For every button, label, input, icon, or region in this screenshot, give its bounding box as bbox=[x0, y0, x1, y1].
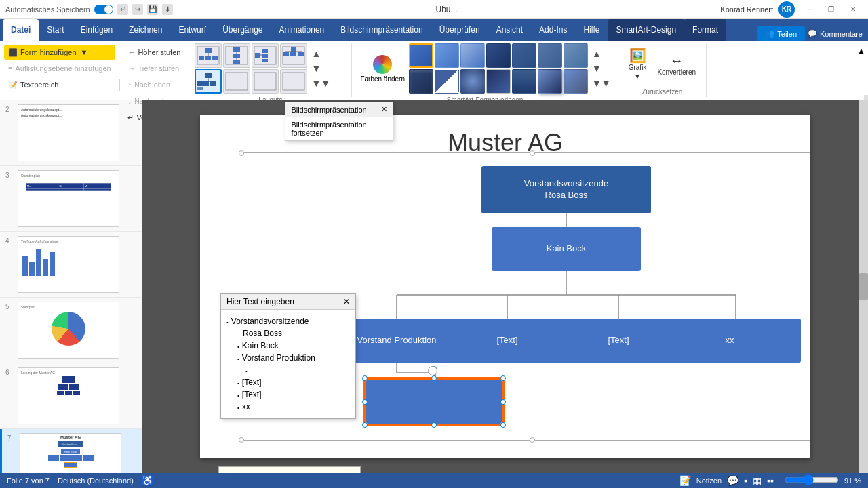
farben-aendern-btn[interactable]: Farben ändern bbox=[357, 52, 408, 85]
org-box-xx[interactable]: xx bbox=[658, 319, 801, 363]
style-swatch-10[interactable] bbox=[460, 69, 485, 94]
tab-entwurf[interactable]: Entwurf bbox=[170, 19, 214, 41]
text-item-label-5[interactable]: [Text] bbox=[242, 378, 262, 387]
handle-br[interactable] bbox=[500, 422, 506, 428]
layout-swatch-6[interactable] bbox=[223, 69, 250, 94]
text-item-label-7[interactable]: xx bbox=[242, 402, 250, 411]
tab-ansicht[interactable]: Ansicht bbox=[488, 19, 531, 41]
slide-thumb-4[interactable]: 4 YouTube-Aufrufsanalyse bbox=[0, 232, 142, 298]
tab-zeichnen[interactable]: Zeichnen bbox=[121, 19, 170, 41]
style-swatch-7[interactable] bbox=[564, 43, 588, 68]
text-panel-close-icon[interactable]: ✕ bbox=[343, 297, 350, 306]
layout-swatch-1[interactable] bbox=[195, 43, 222, 68]
redo-btn[interactable]: ↪ bbox=[132, 4, 143, 15]
user-avatar[interactable]: KR bbox=[778, 1, 795, 18]
layout-scroll-down[interactable]: ▼ bbox=[310, 62, 332, 75]
styles-scroll-down[interactable]: ▼ bbox=[591, 62, 612, 75]
layout-scroll-expand[interactable]: ▼▼ bbox=[310, 77, 332, 90]
style-swatch-9[interactable] bbox=[435, 69, 459, 94]
text-item-label-2[interactable]: Kain Bock bbox=[242, 341, 279, 350]
svg-rect-24 bbox=[205, 73, 212, 78]
style-swatch-8[interactable] bbox=[409, 69, 433, 94]
text-item-label-0[interactable]: Vorstandsvorsitzende bbox=[231, 317, 309, 326]
layout-swatch-7[interactable] bbox=[252, 69, 279, 94]
org-box-top[interactable]: Vorstandsvorsitzende Rosa Boss bbox=[481, 166, 651, 214]
org-box-grandchild[interactable] bbox=[366, 380, 502, 424]
quickaccess-btn[interactable]: ⬇ bbox=[162, 4, 173, 15]
grafik-btn[interactable]: 🖼️ Grafik ▼ bbox=[624, 44, 652, 85]
layout-swatch-8[interactable] bbox=[280, 69, 307, 94]
minimize-btn[interactable]: ─ bbox=[800, 3, 819, 16]
zoom-slider[interactable] bbox=[785, 474, 839, 485]
rotate-circle[interactable] bbox=[428, 366, 437, 375]
layout-swatch-2[interactable] bbox=[223, 43, 250, 68]
konvertieren-btn[interactable]: ↔️ Konvertieren bbox=[652, 44, 701, 85]
org-box-top-line1: Vorstandsvorsitzende bbox=[524, 178, 608, 190]
outer-handle-bl[interactable] bbox=[239, 437, 244, 443]
tab-bildschirm[interactable]: Bildschirmpräsentation bbox=[332, 19, 431, 41]
style-swatch-1[interactable] bbox=[409, 43, 433, 68]
view-normal-icon[interactable]: ▪ bbox=[744, 475, 747, 486]
styles-scroll-expand[interactable]: ▼▼ bbox=[591, 77, 612, 90]
outer-handle-bottom[interactable] bbox=[530, 437, 535, 443]
tab-start[interactable]: Start bbox=[39, 19, 72, 41]
style-swatch-5[interactable] bbox=[512, 43, 536, 68]
tab-hilfe[interactable]: Hilfe bbox=[575, 19, 608, 41]
text-item-label-1[interactable]: Rosa Boss bbox=[243, 329, 282, 338]
text-item-label-3[interactable]: Vorstand Produktion bbox=[242, 353, 315, 363]
comments-button[interactable]: 💬 Kommentare bbox=[808, 29, 863, 38]
textbereich-btn[interactable]: 📝 Textbereich bbox=[4, 77, 115, 92]
tab-format[interactable]: Format bbox=[684, 19, 726, 41]
style-swatch-11[interactable] bbox=[486, 69, 511, 94]
tab-datei[interactable]: Datei bbox=[3, 19, 39, 41]
restore-btn[interactable]: ❐ bbox=[822, 3, 841, 16]
styles-scroll-up[interactable]: ▲ bbox=[591, 47, 612, 60]
hoeher-stufen-btn[interactable]: ← Höher stufen bbox=[123, 45, 184, 60]
tab-uebergaenge[interactable]: Übergänge bbox=[214, 19, 271, 41]
close-btn[interactable]: ✕ bbox=[844, 3, 863, 16]
dropdown-arrow-icon[interactable]: ▼ bbox=[81, 48, 88, 56]
notes-icon[interactable]: 📝 bbox=[679, 475, 691, 486]
tab-addins[interactable]: Add-Ins bbox=[531, 19, 575, 41]
style-swatch-14[interactable] bbox=[564, 69, 588, 94]
dropdown-option-continue[interactable]: Bildschirmpräsentation fortsetzen bbox=[285, 117, 393, 140]
share-button[interactable]: 👥 Teilen bbox=[757, 26, 805, 41]
slide-thumb-6[interactable]: 6 Leitung der Muster AG bbox=[0, 363, 142, 429]
canvas-scroll-thumb[interactable] bbox=[859, 273, 868, 300]
style-swatch-3[interactable] bbox=[460, 43, 485, 68]
tab-einfuegen[interactable]: Einfügen bbox=[73, 19, 121, 41]
tab-ueberpruefen[interactable]: Überprüfen bbox=[431, 19, 488, 41]
view-outline-icon[interactable]: ▦ bbox=[753, 475, 762, 486]
style-swatch-2[interactable] bbox=[435, 43, 459, 68]
slide-thumb-7[interactable]: 7 Muster AG Vorstandsvor... Kain Bock bbox=[0, 429, 142, 473]
view-slide-icon[interactable]: ▪▪ bbox=[767, 475, 774, 486]
comments-icon[interactable]: 💬 bbox=[727, 475, 738, 486]
text-item-label-6[interactable]: [Text] bbox=[242, 390, 262, 399]
canvas-vscrollbar[interactable] bbox=[859, 100, 868, 473]
slide-thumb-5[interactable]: 5 Stadtplan... bbox=[0, 298, 142, 363]
autosave-toggle[interactable] bbox=[94, 5, 113, 14]
bildschirm-dropdown[interactable]: Bildschirmpräsentation ✕ Bildschirmpräse… bbox=[285, 102, 393, 141]
layout-scroll-up[interactable]: ▲ bbox=[310, 47, 332, 60]
notes-btn[interactable]: Notizen bbox=[696, 476, 722, 485]
layout-swatch-5[interactable] bbox=[195, 69, 222, 94]
form-hinzufuegen-btn[interactable]: ⬛ Form hinzufügen ▼ bbox=[4, 45, 115, 60]
outer-handle-tl[interactable] bbox=[239, 150, 244, 156]
dropdown-close-icon[interactable]: ✕ bbox=[381, 105, 387, 114]
autosave-switch[interactable] bbox=[94, 5, 113, 14]
collapse-ribbon-btn[interactable]: ▲ bbox=[854, 43, 868, 97]
style-swatch-12[interactable] bbox=[512, 69, 536, 94]
save-btn[interactable]: 💾 bbox=[147, 4, 158, 15]
tab-animationen[interactable]: Animationen bbox=[271, 19, 333, 41]
org-box-kain-bock[interactable]: Kain Bock bbox=[492, 227, 641, 271]
accessibility-icon[interactable]: ♿ bbox=[142, 475, 153, 486]
style-swatch-4[interactable] bbox=[486, 43, 511, 68]
slide-thumb-2[interactable]: 2 Automatisierungskonzept... Automatisie… bbox=[0, 100, 142, 166]
slide-thumb-3[interactable]: 3 Stundenplan MoDiMi bbox=[0, 166, 142, 232]
layout-swatch-4[interactable] bbox=[280, 43, 307, 68]
undo-btn[interactable]: ↩ bbox=[117, 4, 128, 15]
style-swatch-6[interactable] bbox=[538, 43, 562, 68]
layout-swatch-3[interactable] bbox=[252, 43, 279, 68]
style-swatch-13[interactable] bbox=[538, 69, 562, 94]
tab-smartart-design[interactable]: SmartArt-Design bbox=[608, 19, 684, 41]
